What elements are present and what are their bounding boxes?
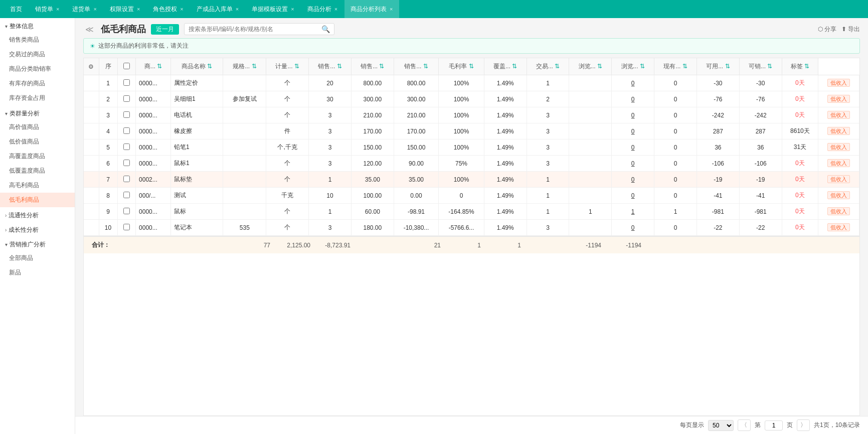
table-cell-checkbox[interactable]: [117, 156, 136, 172]
table-cell-s3: 35.00: [394, 172, 439, 188]
row-checkbox[interactable]: [123, 95, 130, 102]
row-checkbox[interactable]: [123, 111, 130, 118]
nav-home[interactable]: 首页: [4, 0, 28, 18]
col-trade[interactable]: 交易... ⇅: [527, 58, 569, 75]
table-cell-cov: 2: [527, 91, 569, 107]
table-cell-checkbox[interactable]: [117, 172, 136, 188]
table-cell-checkbox[interactable]: [117, 188, 136, 204]
sidebar-item-category-rate[interactable]: 商品分类助销率: [0, 62, 75, 76]
col-sales3[interactable]: 销售... ⇅: [394, 58, 439, 75]
sidebar-item-all-goods[interactable]: 全部商品: [0, 251, 75, 265]
sidebar-group-cluster[interactable]: ▾ 类群量分析: [0, 105, 75, 120]
sidebar-item-new-goods[interactable]: 新品: [0, 265, 75, 280]
table-cell-s2: 35.00: [351, 172, 394, 188]
select-all-checkbox[interactable]: [123, 63, 130, 69]
search-input[interactable]: [189, 26, 321, 33]
sidebar-item-high-margin[interactable]: 高毛利商品: [0, 178, 75, 193]
table-cell-checkbox[interactable]: [117, 123, 136, 139]
alert-icon: ☀: [90, 43, 95, 50]
close-icon[interactable]: ×: [93, 6, 96, 12]
close-icon[interactable]: ×: [390, 6, 393, 12]
table-cell-code: 0000...: [136, 220, 171, 236]
nav-purchase-order[interactable]: 进货单 ×: [66, 0, 102, 18]
row-checkbox[interactable]: [123, 192, 130, 198]
sidebar-group-liquidity[interactable]: › 流通性分析: [0, 207, 75, 222]
table-cell-checkbox[interactable]: [117, 139, 136, 156]
close-icon[interactable]: ×: [180, 6, 183, 12]
row-checkbox[interactable]: [123, 143, 130, 150]
sidebar-item-low-value[interactable]: 低价值商品: [0, 134, 75, 149]
sidebar-group-marketing[interactable]: ▾ 营销推广分析: [0, 236, 75, 251]
col-name[interactable]: 商品名称 ⇅: [170, 58, 223, 75]
table-cell-checkbox[interactable]: [117, 91, 136, 107]
sidebar-item-sales-goods[interactable]: 销售类商品: [0, 33, 75, 47]
filter-tag-month[interactable]: 近一月: [151, 24, 179, 35]
nav-role-auth[interactable]: 角色授权 ×: [147, 0, 189, 18]
col-coverage[interactable]: 覆盖... ⇅: [484, 58, 527, 75]
nav-template-settings[interactable]: 单据模板设置 ×: [246, 0, 300, 18]
table-cell-seq: 7: [99, 172, 117, 188]
share-button[interactable]: ⬡ 分享: [818, 25, 836, 34]
row-checkbox[interactable]: [123, 224, 130, 230]
nav-sales-order[interactable]: 销货单 ×: [29, 0, 65, 18]
nav-permission-settings[interactable]: 权限设置 ×: [104, 0, 146, 18]
sidebar-item-high-coverage[interactable]: 高覆盖度商品: [0, 149, 75, 164]
table-cell-s1: 3: [309, 107, 352, 123]
col-unit[interactable]: 计量... ⇅: [266, 58, 309, 75]
page-size-select[interactable]: 50 100 200: [708, 420, 734, 431]
nav-product-analysis[interactable]: 商品分析 ×: [301, 0, 343, 18]
table-cell-s1: 3: [309, 123, 352, 139]
data-table-container: ⚙ 序 商... ⇅ 商品名称 ⇅ 规格... ⇅ 计量... ⇅ 销售... …: [83, 58, 860, 416]
sidebar-item-high-value[interactable]: 高价值商品: [0, 120, 75, 134]
sidebar-item-stock-capital[interactable]: 库存资金占用: [0, 91, 75, 105]
sidebar-item-in-stock[interactable]: 有库存的商品: [0, 76, 75, 91]
col-browse1[interactable]: 浏览... ⇅: [569, 58, 612, 75]
col-checkbox[interactable]: [117, 58, 136, 75]
col-saleable[interactable]: 可销... ⇅: [739, 58, 782, 75]
col-margin[interactable]: 毛利率 ⇅: [439, 58, 484, 75]
nav-product-analysis-list[interactable]: 商品分析列表 ×: [344, 0, 399, 18]
next-page-button[interactable]: 〉: [797, 419, 810, 431]
nav-product-entry[interactable]: 产成品入库单 ×: [191, 0, 245, 18]
close-icon[interactable]: ×: [236, 6, 239, 12]
prev-page-button[interactable]: 〈: [738, 419, 751, 431]
col-sales1[interactable]: 销售... ⇅: [309, 58, 352, 75]
sidebar-collapse-button[interactable]: ≪: [83, 25, 96, 34]
sidebar-group-growth[interactable]: › 成长性分析: [0, 222, 75, 236]
close-icon[interactable]: ×: [56, 6, 59, 12]
table-cell-trade: [569, 156, 612, 172]
close-icon[interactable]: ×: [291, 6, 294, 12]
sidebar-group-overall[interactable]: ▾ 整体信息: [0, 18, 75, 33]
table-cell-s3: 150.00: [394, 139, 439, 156]
col-tag[interactable]: 标签 ⇅: [782, 58, 818, 75]
table-cell-checkbox[interactable]: [117, 107, 136, 123]
col-available[interactable]: 可用... ⇅: [697, 58, 739, 75]
search-icon[interactable]: 🔍: [321, 25, 330, 33]
table-cell-trade: [569, 172, 612, 188]
col-browse2[interactable]: 浏览... ⇅: [612, 58, 654, 75]
row-checkbox[interactable]: [123, 176, 130, 182]
row-checkbox[interactable]: [123, 127, 130, 134]
export-button[interactable]: ⬆ 导出: [841, 25, 860, 34]
table-cell-spec: [223, 139, 266, 156]
table-cell-s2: 120.00: [351, 156, 394, 172]
col-code[interactable]: 商... ⇅: [136, 58, 171, 75]
table-cell-s1: 20: [309, 75, 352, 91]
col-sales2[interactable]: 销售... ⇅: [351, 58, 394, 75]
table-cell-checkbox[interactable]: [117, 75, 136, 91]
page-number-input[interactable]: [765, 420, 783, 430]
close-icon[interactable]: ×: [334, 6, 337, 12]
table-cell-checkbox[interactable]: [117, 220, 136, 236]
row-checkbox[interactable]: [123, 160, 130, 166]
close-icon[interactable]: ×: [137, 6, 140, 12]
sidebar-item-low-margin[interactable]: 低毛利商品: [0, 193, 75, 207]
row-checkbox[interactable]: [123, 208, 130, 214]
table-cell-code: 0000...: [136, 123, 171, 139]
col-stock[interactable]: 现有... ⇅: [654, 58, 697, 75]
table-cell-checkbox[interactable]: [117, 204, 136, 220]
row-checkbox[interactable]: [123, 79, 130, 86]
col-settings[interactable]: ⚙: [84, 58, 99, 75]
sidebar-item-traded-goods[interactable]: 交易过的商品: [0, 47, 75, 62]
col-spec[interactable]: 规格... ⇅: [223, 58, 266, 75]
sidebar-item-low-coverage[interactable]: 低覆盖度商品: [0, 164, 75, 178]
